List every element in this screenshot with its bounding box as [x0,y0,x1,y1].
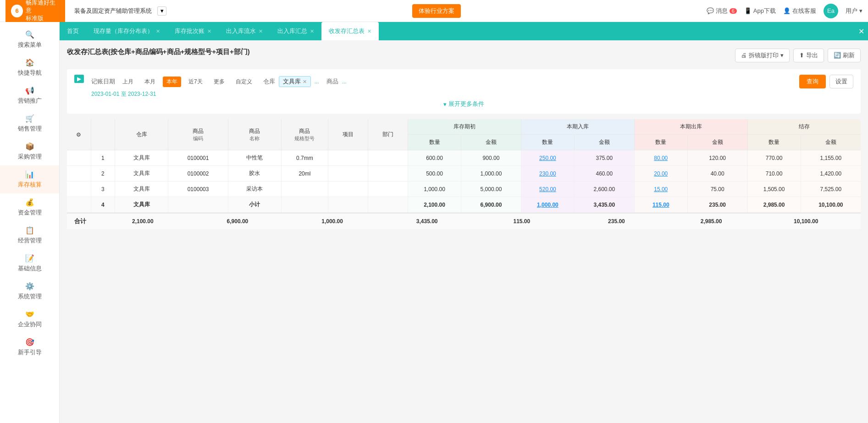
tab-close-summary[interactable]: ✕ [310,28,314,34]
cell-ps-amt: 5,000.00 [461,181,521,197]
cell-settings [67,197,91,213]
cell-po-amt: 120.00 [687,150,747,166]
query-button[interactable]: 查询 [799,75,826,88]
sidebar: 🔍 搜索菜单 🏠 快捷导航 📢 营销推广 🛒 销售管理 📦 采购管理 📊 [0,22,60,423]
sidebar-item-inventory[interactable]: 📊 库存核算 [0,165,59,193]
table-row: 4文具库小计2,100.006,900.001,000.003,435.0011… [67,197,861,213]
footer-pi-qty: 1,000.00 [285,218,380,225]
page-content: 收发存汇总表(按仓库+商品编码+商品+规格型号+项目+部门) 🖨 拆镜版打印 ▾… [60,40,868,423]
message-button[interactable]: 💬 消息 6 [707,7,737,15]
page-header-right: 🖨 拆镜版打印 ▾ ⬆ 导出 🔄 刷新 [735,49,861,62]
sidebar-item-guide[interactable]: 🎯 新手引导 [0,333,59,361]
expand-conditions-button[interactable]: ▾ 展开更多条件 [74,100,853,108]
th-balance: 结存 [747,119,861,135]
marketing-icon: 📢 [25,86,34,95]
cell-ps-qty: 2,100.00 [408,197,461,213]
tab-bar: 首页 现存量（库存分布表） ✕ 库存批次账 ✕ 出入库流水 ✕ 出入库汇总 ✕ [60,22,868,40]
cell-dept [368,181,408,197]
print-button[interactable]: 🖨 拆镜版打印 ▾ [735,49,790,62]
th-bal-amt: 金额 [801,135,861,150]
sidebar-item-purchase[interactable]: 📦 采购管理 [0,137,59,165]
filter-toggle-button[interactable]: ▶ [74,75,84,83]
cell-spec [282,181,328,197]
date-btn-this-year[interactable]: 本年 [163,77,181,87]
goods-more-button[interactable]: ... [342,78,347,85]
tab-close-recv-send[interactable]: ✕ [367,28,371,34]
settings-dropdown[interactable]: ▾ [157,6,166,16]
cell-pi-qty[interactable]: 230.00 [521,166,574,181]
tab-batch[interactable]: 库存批次账 ✕ [167,22,219,40]
page-header: 收发存汇总表(按仓库+商品编码+商品+规格型号+项目+部门) 🖨 拆镜版打印 ▾… [67,48,861,63]
export-button[interactable]: ⬆ 导出 [793,49,824,62]
tab-summary[interactable]: 出入库汇总 ✕ [270,22,321,40]
sidebar-item-system[interactable]: ⚙️ 系统管理 [0,277,59,305]
sidebar-item-sales[interactable]: 🛒 销售管理 [0,110,59,137]
cell-no: 4 [91,197,115,213]
inventory-table: ⚙ 仓库 商品编码 商品名称 商品规格型号 项目 部门 库存期初 本期入库 本 [67,119,861,213]
th-po-qty: 数量 [634,135,687,150]
sidebar-item-finance[interactable]: 💰 资金管理 [0,193,59,221]
cell-settings [67,150,91,166]
cell-po-amt: 235.00 [687,197,747,213]
cell-pi-qty[interactable]: 520.00 [521,181,574,197]
inventory-icon: 📊 [25,170,34,179]
date-btn-last-month[interactable]: 上月 [119,77,137,87]
date-btn-more[interactable]: 更多 [210,77,228,87]
logo-area: 6 畅库通好生意 标准版 [6,0,65,22]
tab-stock-dist[interactable]: 现存量（库存分布表） ✕ [86,22,167,40]
cell-pi-qty[interactable]: 250.00 [521,150,574,166]
cell-po-qty[interactable]: 20.00 [634,166,687,181]
refresh-button[interactable]: 🔄 刷新 [828,49,861,62]
th-project: 项目 [328,119,368,150]
th-pi-qty: 数量 [521,135,574,150]
footer-ps-amt: 6,900.00 [190,218,285,225]
cell-pi-qty[interactable]: 1,000.00 [521,197,574,213]
th-period-in: 本期入库 [521,119,634,135]
export-icon: ⬆ [799,52,804,59]
cell-bal-amt: 1,420.00 [801,166,861,181]
print-icon: 🖨 [741,52,747,59]
cell-ps-amt: 900.00 [461,150,521,166]
date-btn-7days[interactable]: 近7天 [185,77,206,87]
cell-po-qty[interactable]: 115.00 [634,197,687,213]
date-btn-this-month[interactable]: 本月 [141,77,159,87]
warehouse-more-button[interactable]: ... [315,78,319,85]
date-btn-custom[interactable]: 自定义 [232,77,256,87]
tab-recv-send[interactable]: 收发存汇总表 ✕ [321,22,379,40]
cell-po-qty[interactable]: 15.00 [634,181,687,197]
sidebar-item-base[interactable]: 📝 基础信息 [0,249,59,277]
footer-values: 2,100.00 6,900.00 1,000.00 3,435.00 115.… [95,218,853,225]
message-badge: 6 [730,8,737,14]
sidebar-item-quick[interactable]: 🏠 快捷导航 [0,54,59,82]
cell-po-qty[interactable]: 80.00 [634,150,687,166]
chevron-down-icon: ▾ [859,7,862,14]
tab-close-flow[interactable]: ✕ [259,28,263,34]
sidebar-item-search[interactable]: 🔍 搜索菜单 [0,26,59,54]
warehouse-tag-close[interactable]: ✕ [303,79,307,85]
filter-row: 记账日期 上月 本月 本年 近7天 更多 自定义 仓库 [91,75,853,88]
user-avatar[interactable]: Ea [824,4,838,18]
sales-icon: 🛒 [25,114,34,123]
tab-bar-close-button[interactable]: ✕ [858,27,864,36]
tab-close-stock-dist[interactable]: ✕ [156,28,160,34]
tab-flow[interactable]: 出入库流水 ✕ [219,22,270,40]
corp-icon: 🤝 [25,310,34,319]
sidebar-item-marketing[interactable]: 📢 营销推广 [0,82,59,110]
sidebar-item-operation[interactable]: 📋 经营管理 [0,221,59,249]
tab-close-batch[interactable]: ✕ [207,28,211,34]
th-settings[interactable]: ⚙ [67,119,91,150]
tab-home[interactable]: 首页 [60,22,86,40]
app-download-button[interactable]: 📱 App下载 [744,7,776,15]
sidebar-item-corp[interactable]: 🤝 企业协同 [0,305,59,333]
table-settings-button[interactable]: 设置 [829,75,853,88]
th-no [91,119,115,150]
user-button[interactable]: 用户 ▾ [846,7,862,15]
date-filter-section: 记账日期 上月 本月 本年 近7天 更多 自定义 [91,77,256,87]
chevron-down-icon: ▾ [780,52,784,59]
cell-code: 0100003 [168,181,228,197]
sys-title: 装备及固定资产辅助管理系统 [74,7,152,15]
trial-button[interactable]: 体验行业方案 [412,4,461,18]
main-layout: 🔍 搜索菜单 🏠 快捷导航 📢 营销推广 🛒 销售管理 📦 采购管理 📊 [0,22,868,423]
online-service-button[interactable]: 👤 在线客服 [783,7,816,15]
th-pi-amt: 金额 [574,135,634,150]
